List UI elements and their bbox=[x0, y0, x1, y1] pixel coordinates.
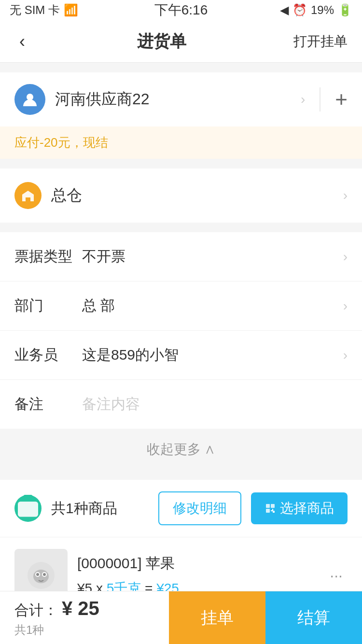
svg-rect-1 bbox=[26, 197, 30, 201]
department-row[interactable]: 部门 总 部 › bbox=[0, 281, 362, 330]
department-value: 总 部 bbox=[82, 296, 343, 316]
wifi-icon: 📶 bbox=[64, 3, 78, 17]
warehouse-section: 总仓 › bbox=[0, 168, 362, 223]
products-icon bbox=[14, 495, 42, 522]
svg-rect-3 bbox=[266, 504, 270, 508]
remark-row[interactable]: 备注 备注内容 bbox=[0, 379, 362, 429]
total-amount: ¥ 25 bbox=[62, 598, 99, 619]
svg-rect-5 bbox=[266, 509, 270, 513]
svg-point-14 bbox=[43, 573, 46, 576]
products-count: 共1种商品 bbox=[51, 499, 149, 518]
total-main: 合计： ¥ 25 bbox=[14, 598, 154, 620]
remark-input[interactable]: 备注内容 bbox=[82, 394, 348, 414]
salesperson-row[interactable]: 业务员 这是859的小智 › bbox=[0, 330, 362, 379]
status-right: ◀ ⏰ 19% 🔋 bbox=[280, 3, 352, 17]
alarm-icon: ⏰ bbox=[292, 3, 307, 17]
svg-rect-6 bbox=[273, 511, 275, 513]
department-arrow-icon: › bbox=[343, 298, 348, 314]
open-hang-button[interactable]: 打开挂单 bbox=[293, 32, 348, 51]
products-header: 共1种商品 修改明细 选择商品 bbox=[0, 480, 362, 537]
product-name: [0000001] 苹果 bbox=[77, 554, 315, 574]
svg-rect-2 bbox=[18, 502, 38, 517]
location-icon: ◀ bbox=[280, 3, 289, 17]
product-more-button[interactable]: ··· bbox=[325, 562, 348, 589]
section-gap-2 bbox=[0, 159, 362, 168]
form-section: 票据类型 不开票 › 部门 总 部 › 业务员 这是859的小智 › 备注 备注… bbox=[0, 232, 362, 429]
section-gap-3 bbox=[0, 223, 362, 232]
battery-label: 19% bbox=[311, 3, 334, 17]
department-label: 部门 bbox=[14, 296, 82, 316]
back-button[interactable]: ‹ bbox=[14, 27, 30, 56]
hang-button[interactable]: 挂单 bbox=[169, 591, 265, 644]
add-supplier-button[interactable]: + bbox=[335, 89, 348, 110]
select-product-button[interactable]: 选择商品 bbox=[251, 492, 348, 524]
warehouse-arrow-icon: › bbox=[343, 188, 348, 203]
edit-detail-button[interactable]: 修改明细 bbox=[158, 491, 241, 525]
invoice-type-row[interactable]: 票据类型 不开票 › bbox=[0, 232, 362, 281]
bottom-bar: 合计： ¥ 25 共1种 挂单 结算 bbox=[0, 591, 362, 644]
warehouse-name: 总仓 bbox=[51, 185, 343, 206]
invoice-type-label: 票据类型 bbox=[14, 247, 82, 266]
total-label: 合计： bbox=[14, 601, 58, 620]
svg-rect-4 bbox=[271, 504, 275, 508]
supplier-name: 河南供应商22 bbox=[55, 89, 301, 110]
supplier-section: 河南供应商22 › + 应付-20元，现结 bbox=[0, 72, 362, 159]
notice-bar: 应付-20元，现结 bbox=[0, 126, 362, 159]
status-left: 无 SIM 卡 📶 bbox=[10, 2, 78, 18]
invoice-type-value: 不开票 bbox=[82, 247, 343, 266]
section-gap-1 bbox=[0, 63, 362, 72]
salesperson-value: 这是859的小智 bbox=[82, 345, 343, 365]
warehouse-row[interactable]: 总仓 › bbox=[0, 168, 362, 223]
salesperson-arrow-icon: › bbox=[343, 348, 348, 363]
page-title: 进货单 bbox=[137, 30, 186, 53]
main-content: 河南供应商22 › + 应付-20元，现结 总仓 › 票据类型 不开 bbox=[0, 63, 362, 644]
nav-bar: ‹ 进货单 打开挂单 bbox=[0, 20, 362, 63]
collapse-button[interactable]: 收起更多 ∧ bbox=[0, 429, 362, 470]
svg-point-13 bbox=[36, 573, 39, 576]
total-section: 合计： ¥ 25 共1种 bbox=[0, 598, 169, 638]
supplier-divider bbox=[320, 87, 320, 112]
select-product-label: 选择商品 bbox=[280, 499, 334, 518]
checkout-button[interactable]: 结算 bbox=[265, 591, 362, 644]
carrier-label: 无 SIM 卡 bbox=[10, 2, 60, 18]
battery-icon: 🔋 bbox=[338, 3, 352, 17]
supplier-arrow-icon: › bbox=[301, 92, 305, 107]
salesperson-label: 业务员 bbox=[14, 345, 82, 365]
total-sub: 共1种 bbox=[14, 622, 154, 638]
supplier-row[interactable]: 河南供应商22 › + bbox=[0, 72, 362, 126]
section-gap-4 bbox=[0, 470, 362, 480]
supplier-avatar bbox=[14, 84, 45, 115]
product-id: [0000001] bbox=[77, 555, 141, 571]
invoice-type-arrow-icon: › bbox=[343, 249, 348, 265]
product-title: 苹果 bbox=[146, 555, 175, 571]
status-bar: 无 SIM 卡 📶 下午6:16 ◀ ⏰ 19% 🔋 bbox=[0, 0, 362, 20]
remark-label: 备注 bbox=[14, 394, 82, 414]
time-label: 下午6:16 bbox=[154, 1, 208, 19]
svg-point-0 bbox=[27, 94, 33, 100]
warehouse-icon bbox=[14, 182, 42, 209]
